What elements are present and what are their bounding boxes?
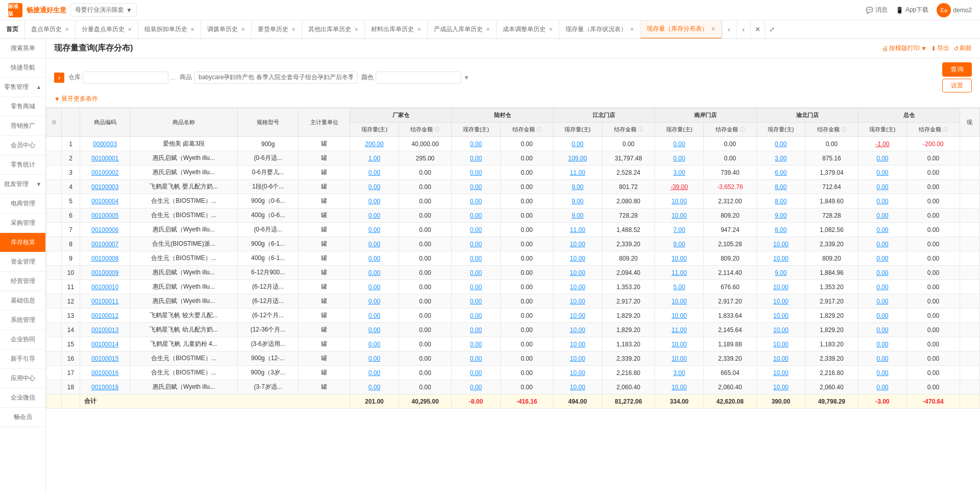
tab-expand-btn[interactable]: ⤢: [765, 20, 779, 39]
tab-2[interactable]: 分量盘点单历史 ✕: [76, 20, 138, 39]
tab-8[interactable]: 产成品入库单历史 ✕: [428, 20, 497, 39]
refresh-btn[interactable]: ↺ 刷新: [953, 44, 972, 53]
row-lc-qty: 0.00: [452, 294, 501, 309]
user-profile[interactable]: Ea demo2: [937, 3, 972, 17]
tab-close-icon[interactable]: ✕: [417, 27, 421, 32]
row-na-qty: 10.00: [655, 309, 704, 323]
table-row: 2 00100001 惠氏启赋（Wyeth illu... (0-6月适... …: [46, 151, 980, 166]
tab-close-all-btn[interactable]: ✕: [750, 20, 765, 39]
sidebar-item-quicknav[interactable]: 快捷导航: [0, 58, 45, 78]
row-lc-amt: 0.00: [500, 380, 553, 394]
color-input[interactable]: [376, 72, 461, 84]
tab-10[interactable]: 现存量（库存状况表） ✕: [559, 20, 641, 39]
row-na-qty: 11.00: [655, 266, 704, 280]
sidebar-item-search[interactable]: 搜索英单: [0, 39, 45, 58]
sidebar-item-finance[interactable]: 资金管理: [0, 252, 45, 272]
app-download-btn[interactable]: 📱 App下载: [896, 6, 928, 14]
topbar-right: 💬 消息 📱 App下载 Ea demo2: [866, 3, 972, 17]
tab-next-btn[interactable]: ›: [736, 20, 750, 39]
tab-1[interactable]: 盘点单历史 ✕: [25, 20, 76, 39]
sidebar-item-inventory[interactable]: 库存核算: [0, 233, 45, 252]
info-icon[interactable]: ⓘ: [740, 127, 745, 132]
tab-close-icon[interactable]: ✕: [128, 27, 132, 32]
tab-close-icon[interactable]: ✕: [711, 26, 715, 32]
sidebar-item-purchase[interactable]: 采购管理: [0, 214, 45, 233]
sidebar-item-appstore[interactable]: 应用中心: [0, 369, 45, 388]
tab-prev-btn[interactable]: ‹: [722, 20, 736, 39]
table-row: 13 00100012 飞鹤星飞帆 较大婴儿配... (6-12个月... 罐 …: [46, 309, 980, 323]
sidebar-item-operations[interactable]: 经营管理: [0, 272, 45, 291]
row-jb-amt: 2,339.20: [602, 237, 655, 251]
row-code: 00100001: [80, 151, 130, 166]
goods-input[interactable]: [194, 72, 357, 84]
tab-label: 产成品入库单历史: [434, 25, 483, 34]
tab-close-icon[interactable]: ✕: [241, 27, 245, 32]
expand-more-btn[interactable]: ▼ 展开更多条件: [54, 95, 972, 103]
row-yb-amt: 1,379.04: [805, 166, 859, 180]
org-switcher[interactable]: 母婴行业演示陈套 ▼: [70, 3, 137, 17]
tab-close-icon[interactable]: ✕: [630, 27, 634, 32]
tab-close-icon[interactable]: ✕: [354, 27, 358, 32]
row-fj-qty: 0.00: [350, 337, 399, 351]
tab-close-icon[interactable]: ✕: [549, 27, 553, 32]
sidebar-item-marketing[interactable]: 营销推广: [0, 116, 45, 136]
row-cur: [960, 180, 979, 194]
tab-6[interactable]: 其他出库单历史 ✕: [302, 20, 365, 39]
sidebar-item-system[interactable]: 系统管理: [0, 311, 45, 330]
sidebar-item-member2[interactable]: 畅会员: [0, 408, 45, 427]
row-fj-qty: 0.00: [350, 194, 399, 208]
sidebar-item-wechat[interactable]: 企业微信: [0, 388, 45, 408]
sidebar-item-retail-mgmt[interactable]: 零售管理 ▲: [0, 78, 45, 97]
sidebar-item-retail-shop[interactable]: 零售商城: [0, 97, 45, 116]
tab-7[interactable]: 材料出库单历史 ✕: [365, 20, 428, 39]
sidebar-item-member[interactable]: 会员中心: [0, 136, 45, 155]
export-btn[interactable]: ⬇ 导出: [931, 44, 949, 53]
row-yb-qty: 10.00: [756, 294, 805, 309]
tab-home[interactable]: 首页: [0, 20, 25, 39]
print-btn[interactable]: 🖨 按模版打印 ▼: [882, 44, 927, 53]
sidebar-item-wholesale-mgmt[interactable]: 批发管理 ▼: [0, 175, 45, 194]
info-icon[interactable]: ⓘ: [536, 127, 542, 132]
sidebar-item-retail-stats[interactable]: 零售统计: [0, 155, 45, 175]
setting-button[interactable]: 设置: [942, 79, 972, 92]
expand-collapse-btn[interactable]: ›: [54, 73, 64, 83]
row-no: 17: [62, 366, 80, 380]
tab-close-icon[interactable]: ✕: [486, 27, 490, 32]
row-code: 00100014: [80, 337, 130, 351]
tab-11[interactable]: 现存量（库存分布表） ✕: [641, 20, 722, 39]
tab-close-icon[interactable]: ✕: [291, 27, 296, 32]
tab-close-icon[interactable]: ✕: [190, 27, 194, 32]
table-row: 12 00100011 惠氏启赋（Wyeth illu... (6-12月适..…: [46, 294, 980, 309]
sidebar-item-basic-info[interactable]: 基础信息: [0, 291, 45, 311]
query-button[interactable]: 查询: [942, 62, 972, 77]
row-settings: [46, 166, 62, 180]
sidebar-item-ecommerce[interactable]: 电商管理: [0, 194, 45, 214]
info-icon[interactable]: ⓘ: [943, 127, 948, 132]
tab-close-icon[interactable]: ✕: [65, 27, 69, 32]
table-row: 16 00100015 合生元（BIOSTIME）... 900g（12-...…: [46, 351, 980, 366]
tab-5[interactable]: 要货单历史 ✕: [252, 20, 302, 39]
table-container[interactable]: ⚙ 商品编码 商品名称 规格型号 主计量单位 厂家仓 陆村仓 江北门店 南岸门店…: [46, 108, 980, 493]
info-icon[interactable]: ⓘ: [434, 127, 439, 132]
row-zc-amt: 0.00: [907, 223, 960, 237]
row-code: 00100011: [80, 294, 130, 309]
summary-jb-amt: 81,272.06: [602, 394, 655, 409]
warehouse-dots[interactable]: ...: [170, 74, 176, 81]
row-lc-amt: 0.00: [500, 208, 553, 223]
tab-4[interactable]: 调拨单历史 ✕: [201, 20, 252, 39]
table-settings-icon[interactable]: ⚙: [52, 119, 57, 125]
warehouse-input[interactable]: [83, 72, 168, 84]
row-yb-qty: 10.00: [756, 366, 805, 380]
filter-row: › 仓库 ... 商品 颜色 ▼ 查询 设置: [54, 62, 972, 92]
row-yb-qty: 0.00: [756, 137, 805, 151]
row-lc-qty: 0.00: [452, 323, 501, 337]
sidebar-item-guide[interactable]: 新手引导: [0, 349, 45, 369]
sidebar-item-collab[interactable]: 企业协同: [0, 330, 45, 349]
info-icon[interactable]: ⓘ: [638, 127, 643, 132]
message-btn[interactable]: 💬 消息: [866, 6, 888, 14]
row-yb-qty: 8.00: [756, 194, 805, 208]
jiangbei-wh-header: 江北门店: [553, 108, 655, 123]
tab-9[interactable]: 成本调整单历史 ✕: [497, 20, 559, 39]
tab-3[interactable]: 组装拆卸单历史 ✕: [138, 20, 201, 39]
info-icon[interactable]: ⓘ: [841, 127, 846, 132]
